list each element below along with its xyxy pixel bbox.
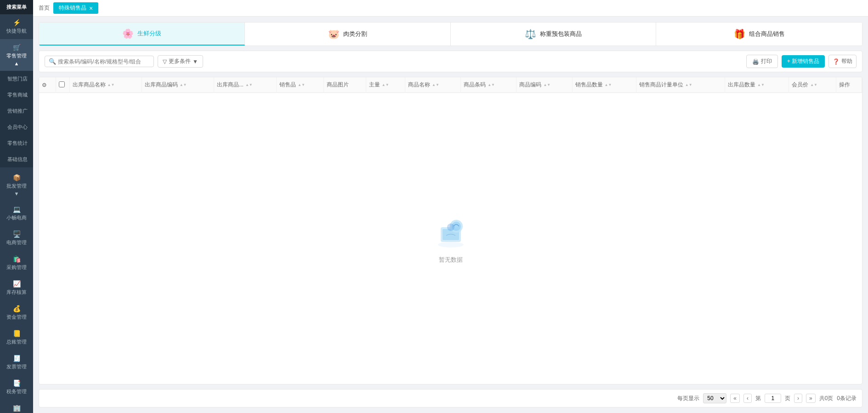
sidebar-item-retail[interactable]: 🛒 零售管理 ▲: [0, 39, 33, 71]
page-label: 第: [755, 395, 761, 402]
add-product-button[interactable]: + 新增销售品: [782, 55, 825, 68]
cat-tab-fresh[interactable]: 🌸 生鲜分级: [39, 23, 245, 46]
ledger-label: 总账管理: [6, 338, 27, 345]
col-product-name[interactable]: 商品名称 ▲▼: [405, 77, 460, 93]
print-icon: 🖨️: [752, 58, 759, 65]
col-outbound-misc[interactable]: 出库商品... ▲▼: [214, 77, 276, 93]
sidebar-item-retailmall[interactable]: 零售商城: [0, 87, 33, 103]
per-page-select[interactable]: 10 20 50 100: [703, 393, 726, 403]
select-all-checkbox[interactable]: [59, 81, 65, 87]
main-content: 首页 特殊销售品 × 🌸 生鲜分级 🐷 肉类分割 ⚖️ 称重预包装商品 🎁 组合…: [33, 0, 868, 413]
col-text: 出库品数量: [728, 81, 755, 89]
prev-page-button[interactable]: ‹: [743, 394, 752, 403]
invoice-label: 发票管理: [6, 363, 27, 370]
col-text: 出库商品...: [217, 81, 244, 89]
fixedasset-icon: 🏢: [13, 404, 21, 412]
col-out-qty[interactable]: 出库品数量 ▲▼: [725, 77, 789, 93]
col-label: 出库商品名称 ▲▼: [73, 81, 115, 89]
sidebar-item-basicinfo[interactable]: 基础信息: [0, 151, 33, 167]
sidebar-item-fixedasset[interactable]: 🏢 固定资产: [0, 400, 33, 413]
sort-icons: ▲▼: [488, 83, 495, 87]
sort-icons: ▲▼: [757, 83, 765, 87]
sort-icons: ▲▼: [298, 83, 305, 87]
col-outbound-name[interactable]: 出库商品名称 ▲▼: [69, 77, 142, 93]
combo-icon: 🎁: [734, 29, 745, 40]
filter-button[interactable]: ▽ 更多条件 ▼: [158, 55, 203, 68]
ecommerce-small-label: 小畅电商: [6, 214, 27, 221]
help-icon: ❓: [833, 58, 840, 65]
print-button[interactable]: 🖨️ 打印: [746, 55, 778, 68]
chevron-icon: ▼: [14, 191, 19, 196]
tax-icon: 📑: [13, 379, 21, 387]
sidebar-item-ecommerce-small[interactable]: 💻 小畅电商: [0, 201, 33, 226]
per-page-label: 每页显示: [677, 395, 699, 402]
weight-icon: ⚖️: [525, 29, 536, 40]
filter-label: 更多条件: [169, 57, 191, 65]
sidebar-item-quicknav[interactable]: ⚡ 快捷导航: [0, 14, 33, 39]
col-sale-unit[interactable]: 销售商品计量单位 ▲▼: [636, 77, 725, 93]
sidebar-item-ledger[interactable]: 📒 总账管理: [0, 325, 33, 350]
pagination-bar: 每页显示 10 20 50 100 « ‹ 第 页 › » 共0页 0条记录: [39, 389, 862, 407]
help-button[interactable]: ❓ 帮助: [828, 55, 857, 68]
sidebar-item-ecommerce-mgmt[interactable]: 🖥️ 电商管理: [0, 226, 33, 251]
sort-icons: ▲▼: [180, 83, 187, 87]
sidebar-item-tax[interactable]: 📑 税务管理: [0, 375, 33, 400]
cat-tab-combo[interactable]: 🎁 组合商品销售: [656, 23, 862, 46]
close-tab-button[interactable]: ×: [89, 5, 93, 11]
sidebar: 搜索菜单 ⚡ 快捷导航 🛒 零售管理 ▲ 智慧门店 零售商城 营销推广 会员中心…: [0, 0, 33, 413]
ecommerce-mgmt-label: 电商管理: [6, 239, 27, 246]
marketing-label: 营销推广: [7, 108, 28, 115]
page-unit: 页: [785, 395, 790, 402]
data-table: ⚙ 出库商品名称 ▲▼ 出库: [39, 77, 862, 93]
first-page-button[interactable]: «: [730, 394, 740, 403]
ecommerce-small-icon: 💻: [13, 206, 21, 213]
col-settings[interactable]: ⚙: [39, 77, 56, 93]
next-page-button[interactable]: ›: [794, 394, 802, 403]
cat-tab-weight[interactable]: ⚖️ 称重预包装商品: [451, 23, 657, 46]
sort-icons: ▲▼: [605, 83, 612, 87]
filter-arrow-icon: ▼: [193, 58, 198, 65]
sidebar-logo[interactable]: 搜索菜单: [0, 0, 33, 14]
svg-point-0: [438, 242, 464, 247]
sidebar-item-smartstore[interactable]: 智慧门店: [0, 71, 33, 87]
col-product-image: 商品图片: [324, 77, 366, 93]
active-tab-label: 特殊销售品: [59, 4, 86, 12]
col-sale-product[interactable]: 销售品 ▲▼: [277, 77, 324, 93]
active-tab[interactable]: 特殊销售品 ×: [53, 2, 98, 14]
page-input[interactable]: [765, 394, 781, 403]
purchase-icon: 🛍️: [13, 255, 21, 263]
search-box[interactable]: 🔍: [45, 56, 154, 67]
sort-icons: ▲▼: [685, 83, 692, 87]
meat-label: 肉类分割: [343, 30, 367, 38]
sidebar-item-retailstat[interactable]: 零售统计: [0, 135, 33, 151]
home-link[interactable]: 首页: [39, 4, 50, 12]
sidebar-item-marketing[interactable]: 营销推广: [0, 103, 33, 119]
sidebar-item-wholesale[interactable]: 📦 批发管理 ▼: [0, 169, 33, 201]
col-product-code[interactable]: 商品编码 ▲▼: [516, 77, 572, 93]
sidebar-item-label: 零售管理: [6, 52, 27, 59]
settings-icon: ⚙: [42, 82, 47, 88]
toolbar: 🔍 ▽ 更多条件 ▼ 🖨️ 打印 + 新增销售品 ❓: [39, 51, 862, 72]
col-text: 商品名称: [408, 81, 430, 89]
col-sale-qty[interactable]: 销售品数量 ▲▼: [572, 77, 636, 93]
sidebar-item-inventory[interactable]: 📈 库存核算: [0, 275, 33, 300]
sidebar-item-finance[interactable]: 💰 资金管理: [0, 300, 33, 325]
col-label: 商品条码 ▲▼: [464, 81, 495, 89]
search-input[interactable]: [58, 58, 150, 65]
col-main-qty[interactable]: 主量 ▲▼: [366, 77, 405, 93]
col-text: 操作: [839, 81, 850, 88]
smartstore-label: 智慧门店: [7, 75, 28, 82]
col-text: 商品条码: [464, 81, 486, 89]
last-page-button[interactable]: »: [806, 394, 816, 403]
col-text: 会员价: [792, 81, 808, 89]
retailmall-label: 零售商城: [7, 92, 28, 98]
col-checkbox[interactable]: [56, 77, 69, 93]
ledger-icon: 📒: [13, 330, 21, 337]
sidebar-item-invoice[interactable]: 🧾 发票管理: [0, 350, 33, 375]
col-outbound-code[interactable]: 出库商品编码 ▲▼: [142, 77, 214, 93]
col-member-price[interactable]: 会员价 ▲▼: [789, 77, 836, 93]
col-barcode[interactable]: 商品条码 ▲▼: [461, 77, 516, 93]
sidebar-item-member[interactable]: 会员中心: [0, 119, 33, 135]
cat-tab-meat[interactable]: 🐷 肉类分割: [245, 23, 451, 46]
sidebar-item-purchase[interactable]: 🛍️ 采购管理: [0, 251, 33, 275]
